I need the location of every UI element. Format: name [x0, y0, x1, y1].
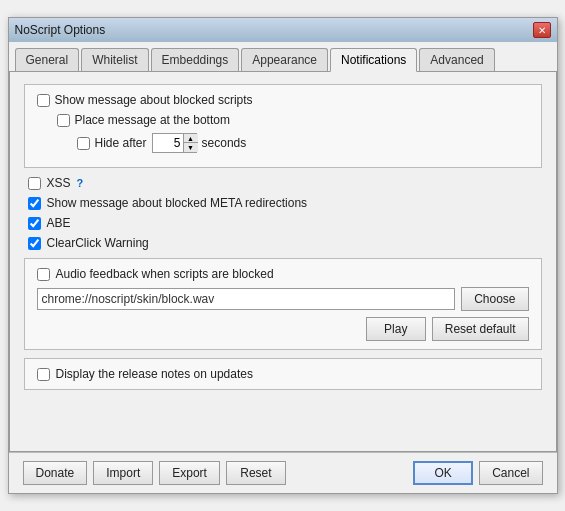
tab-embeddings[interactable]: Embeddings: [151, 48, 240, 71]
release-notes-row: Display the release notes on updates: [37, 367, 529, 381]
tab-notifications[interactable]: Notifications: [330, 48, 417, 72]
abe-label[interactable]: ABE: [47, 216, 71, 230]
cancel-button[interactable]: Cancel: [479, 461, 542, 485]
audio-feedback-label[interactable]: Audio feedback when scripts are blocked: [56, 267, 274, 281]
blocked-scripts-label[interactable]: Show message about blocked scripts: [55, 93, 253, 107]
footer-right: OK Cancel: [413, 461, 542, 485]
reset-default-button[interactable]: Reset default: [432, 317, 529, 341]
seconds-input[interactable]: 5: [153, 136, 183, 150]
blocked-meta-checkbox[interactable]: [28, 197, 41, 210]
spinner-buttons: ▲ ▼: [183, 134, 198, 152]
spin-down-button[interactable]: ▼: [184, 143, 198, 152]
audio-feedback-checkbox[interactable]: [37, 268, 50, 281]
tab-bar: General Whitelist Embeddings Appearance …: [9, 42, 557, 72]
blocked-scripts-checkbox[interactable]: [37, 94, 50, 107]
blocked-meta-label[interactable]: Show message about blocked META redirect…: [47, 196, 308, 210]
audio-action-row: Play Reset default: [37, 317, 529, 341]
abe-row: ABE: [24, 216, 542, 230]
import-button[interactable]: Import: [93, 461, 153, 485]
main-window: NoScript Options ✕ General Whitelist Emb…: [8, 17, 558, 494]
place-bottom-row: Place message at the bottom: [57, 113, 230, 127]
audio-feedback-section: Audio feedback when scripts are blocked …: [24, 258, 542, 350]
blocked-meta-row: Show message about blocked META redirect…: [24, 196, 542, 210]
xss-checkbox[interactable]: [28, 177, 41, 190]
xss-help-link[interactable]: ?: [77, 177, 84, 189]
footer-left: Donate Import Export Reset: [23, 461, 286, 485]
abe-checkbox[interactable]: [28, 217, 41, 230]
xss-label[interactable]: XSS: [47, 176, 71, 190]
seconds-spinner[interactable]: 5 ▲ ▼: [152, 133, 197, 153]
window-title: NoScript Options: [15, 23, 106, 37]
tab-advanced[interactable]: Advanced: [419, 48, 494, 71]
release-notes-checkbox[interactable]: [37, 368, 50, 381]
audio-file-input[interactable]: [37, 288, 456, 310]
blocked-scripts-row: Show message about blocked scripts: [37, 93, 253, 107]
clearclick-checkbox[interactable]: [28, 237, 41, 250]
donate-button[interactable]: Donate: [23, 461, 88, 485]
footer: Donate Import Export Reset OK Cancel: [9, 452, 557, 493]
release-notes-label[interactable]: Display the release notes on updates: [56, 367, 253, 381]
export-button[interactable]: Export: [159, 461, 220, 485]
hide-after-row: Hide after 5 ▲ ▼ seconds: [77, 133, 529, 153]
seconds-suffix-label: seconds: [202, 136, 247, 150]
audio-file-row: Choose: [37, 287, 529, 311]
audio-feedback-row: Audio feedback when scripts are blocked: [37, 267, 529, 281]
close-button[interactable]: ✕: [533, 22, 551, 38]
xss-row: XSS ?: [24, 176, 542, 190]
tab-general[interactable]: General: [15, 48, 80, 71]
ok-button[interactable]: OK: [413, 461, 473, 485]
choose-button[interactable]: Choose: [461, 287, 528, 311]
tab-whitelist[interactable]: Whitelist: [81, 48, 148, 71]
clearclick-label[interactable]: ClearClick Warning: [47, 236, 149, 250]
tab-content: Show message about blocked scripts Place…: [9, 72, 557, 452]
place-bottom-checkbox[interactable]: [57, 114, 70, 127]
place-bottom-label[interactable]: Place message at the bottom: [75, 113, 230, 127]
clearclick-row: ClearClick Warning: [24, 236, 542, 250]
blocked-scripts-section: Show message about blocked scripts Place…: [24, 84, 542, 168]
tab-appearance[interactable]: Appearance: [241, 48, 328, 71]
hide-after-checkbox[interactable]: [77, 137, 90, 150]
hide-after-label[interactable]: Hide after: [95, 136, 147, 150]
title-bar: NoScript Options ✕: [9, 18, 557, 42]
release-notes-section: Display the release notes on updates: [24, 358, 542, 390]
reset-button[interactable]: Reset: [226, 461, 286, 485]
spin-up-button[interactable]: ▲: [184, 134, 198, 143]
play-button[interactable]: Play: [366, 317, 426, 341]
